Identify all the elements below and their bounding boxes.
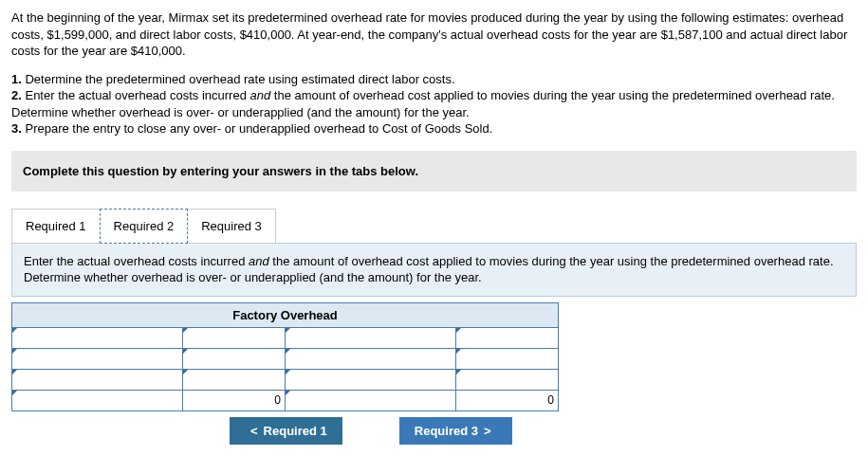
question-list: 1. Determine the predetermined overhead … [11, 71, 857, 137]
q1-text: Determine the predetermined overhead rat… [22, 72, 455, 86]
tabs: Required 1 Required 2 Required 3 [11, 209, 857, 244]
q2-number: 2. [11, 88, 22, 102]
debit-total: 0 [183, 390, 286, 410]
next-button[interactable]: Required 3 > [399, 417, 512, 445]
credit-total-label[interactable] [286, 390, 456, 410]
chevron-left-icon: < [250, 424, 258, 438]
credit-amount-cell[interactable] [456, 327, 559, 348]
table-row [12, 327, 559, 348]
credit-total: 0 [456, 390, 559, 410]
credit-label-cell[interactable] [286, 348, 456, 369]
tab-desc-and: and [249, 254, 269, 268]
tab-required-2[interactable]: Required 2 [100, 209, 189, 244]
debit-label-cell[interactable] [12, 348, 183, 369]
debit-label-cell[interactable] [12, 369, 183, 390]
totals-row: 0 0 [12, 390, 559, 410]
tab-required-3[interactable]: Required 3 [187, 209, 276, 244]
prev-label: Required 1 [264, 424, 327, 438]
q1-number: 1. [11, 72, 22, 86]
credit-amount-cell[interactable] [456, 348, 559, 369]
q2-and: and [249, 88, 270, 102]
tab-required-1[interactable]: Required 1 [11, 209, 101, 244]
next-label: Required 3 [415, 424, 478, 438]
table-row [12, 369, 559, 390]
debit-amount-cell[interactable] [183, 369, 286, 390]
tab-content-description: Enter the actual overhead costs incurred… [11, 243, 857, 297]
t-account-title: Factory Overhead [12, 302, 559, 327]
credit-label-cell[interactable] [286, 369, 456, 390]
tab-desc-a: Enter the actual overhead costs incurred [24, 254, 249, 268]
debit-amount-cell[interactable] [183, 348, 286, 369]
t-account-worksheet: Factory Overhead 0 0 [11, 302, 857, 411]
q3-number: 3. [11, 121, 22, 136]
nav-buttons: < Required 1 Required 3 > [11, 417, 857, 445]
table-row [12, 348, 559, 369]
factory-overhead-table: Factory Overhead 0 0 [11, 302, 559, 411]
credit-amount-cell[interactable] [456, 369, 559, 390]
credit-label-cell[interactable] [286, 327, 456, 348]
instruction-bar: Complete this question by entering your … [11, 151, 857, 191]
prev-button[interactable]: < Required 1 [230, 417, 342, 445]
problem-statement: At the beginning of the year, Mirmax set… [11, 9, 857, 60]
q3-text: Prepare the entry to close any over- or … [22, 121, 492, 136]
debit-amount-cell[interactable] [183, 327, 286, 348]
debit-label-cell[interactable] [12, 327, 183, 348]
chevron-right-icon: > [484, 424, 491, 438]
q2-text-a: Enter the actual overhead costs incurred [22, 88, 250, 102]
debit-total-label[interactable] [12, 390, 183, 410]
